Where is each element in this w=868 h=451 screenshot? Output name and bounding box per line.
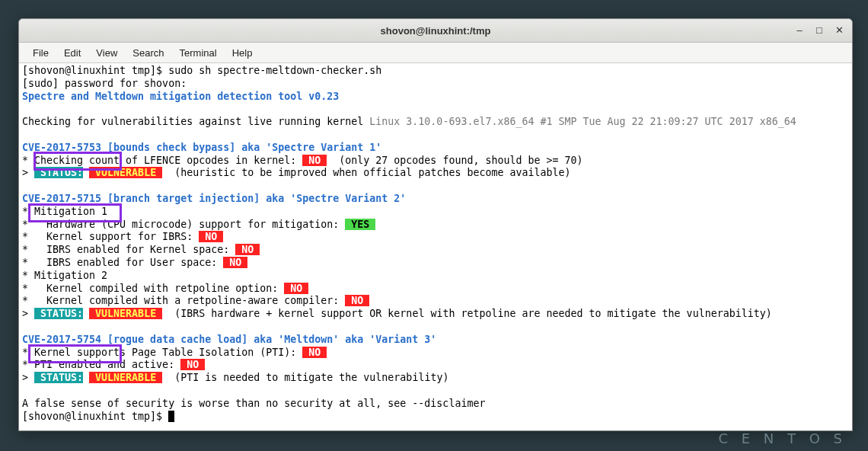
output-line: * IBRS enabled for Kernel space: [22, 244, 235, 255]
titlebar[interactable]: shovon@linuxhint:/tmp – □ ✕ [19, 19, 852, 43]
output-line: (only 27 opcodes found, should be >= 70) [327, 155, 582, 166]
output-line: * Kernel support for IBRS: [22, 231, 199, 242]
badge-no: NO [345, 295, 369, 306]
badge-no: NO [235, 244, 260, 255]
output-line: > [22, 372, 34, 383]
menu-terminal[interactable]: Terminal [172, 45, 225, 61]
badge-vulnerable: VULNERABLE [89, 167, 162, 178]
output-line: * Kernel compiled with retpoline option: [22, 283, 284, 294]
output-line: > [22, 308, 34, 319]
output-line: * IBRS enabled for User space: [22, 257, 223, 268]
terminal-window: shovon@linuxhint:/tmp – □ ✕ File Edit Vi… [18, 18, 853, 431]
prompt: [shovon@linuxhint tmp]$ [22, 65, 168, 76]
maximize-button[interactable]: □ [811, 22, 828, 37]
output-line: * Checking count of LFENCE opcodes in ke… [22, 155, 302, 166]
cve-desc: [bounds check bypass] aka 'Spectre Varia… [101, 142, 381, 153]
badge-no: NO [199, 231, 223, 242]
badge-no: NO [302, 155, 327, 166]
output-line: Checking for vulnerabilities against liv… [22, 116, 369, 127]
menu-help[interactable]: Help [225, 45, 260, 61]
badge-yes: YES [345, 219, 375, 230]
menubar: File Edit View Search Terminal Help [19, 43, 852, 63]
badge-no: NO [180, 359, 205, 370]
output-line: * Kernel supports Page Table Isolation (… [22, 347, 302, 358]
output-line: * PTI enabled and active: [22, 359, 180, 370]
kernel-version: Linux 3.10.0-693.el7.x86_64 #1 SMP Tue A… [369, 116, 796, 127]
output-line: * Hardware (CPU microcode) support for m… [22, 219, 345, 230]
prompt: [shovon@linuxhint tmp]$ [22, 411, 168, 422]
cve-id-3: CVE-2017-5754 [22, 334, 101, 345]
menu-view[interactable]: View [88, 45, 125, 61]
badge-no: NO [302, 347, 327, 358]
cve-desc: [branch target injection] aka 'Spectre V… [101, 193, 406, 204]
close-button[interactable]: ✕ [831, 22, 847, 37]
output-line: A false sense of security is worse than … [22, 398, 485, 409]
banner: Spectre and Meltdown mitigation detectio… [22, 91, 339, 102]
window-controls: – □ ✕ [791, 22, 847, 37]
output-line: (IBRS hardware + kernel support OR kerne… [162, 308, 772, 319]
menu-edit[interactable]: Edit [56, 45, 88, 61]
cve-id-1: CVE-2017-5753 [22, 142, 101, 153]
output-line: * Kernel compiled with a retpoline-aware… [22, 295, 345, 306]
output-line: (heuristic to be improved when official … [162, 167, 570, 178]
desktop-brand: C E N T O S [718, 430, 847, 446]
badge-vulnerable: VULNERABLE [89, 372, 162, 383]
badge-vulnerable: VULNERABLE [89, 308, 162, 319]
menu-file[interactable]: File [25, 45, 56, 61]
badge-no: NO [284, 283, 308, 294]
status-label: STATUS: [34, 308, 83, 319]
output-line: [sudo] password for shovon: [22, 78, 187, 89]
cve-id-2: CVE-2017-5715 [22, 193, 101, 204]
output-line: * Mitigation 2 [22, 270, 107, 281]
window-title: shovon@linuxhint:/tmp [19, 25, 852, 37]
output-line: * Mitigation 1 [22, 206, 107, 217]
minimize-button[interactable]: – [791, 22, 808, 37]
cve-desc: [rogue data cache load] aka 'Meltdown' a… [101, 334, 436, 345]
output-line: > [22, 167, 34, 178]
status-label: STATUS: [34, 372, 83, 383]
command: sudo sh spectre-meltdown-checker.sh [168, 65, 381, 76]
menu-search[interactable]: Search [125, 45, 171, 61]
status-label: STATUS: [34, 167, 83, 178]
badge-no: NO [223, 257, 247, 268]
terminal-content[interactable]: [shovon@linuxhint tmp]$ sudo sh spectre-… [19, 63, 852, 424]
output-line: (PTI is needed to mitigate the vulnerabi… [162, 372, 448, 383]
cursor [168, 411, 174, 422]
